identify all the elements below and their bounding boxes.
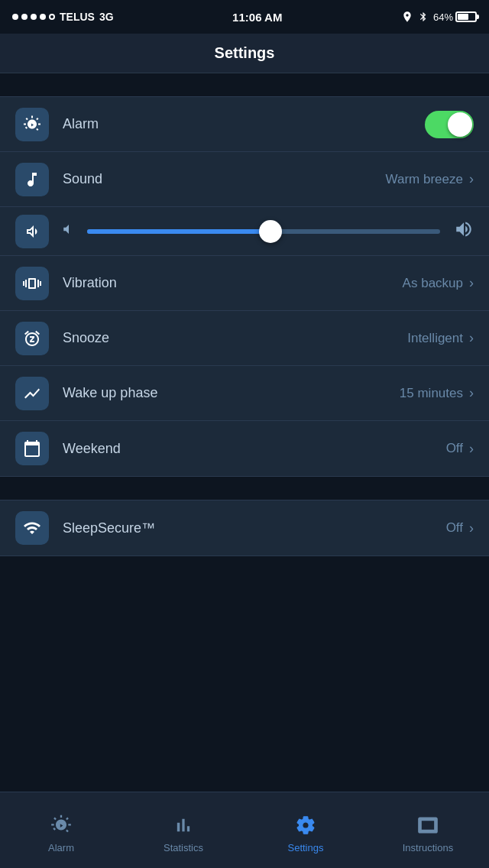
bluetooth-icon	[418, 11, 429, 23]
volume-icon	[23, 222, 41, 241]
alarm-status-icon	[401, 11, 413, 23]
sound-icon-container	[15, 163, 49, 196]
page-title: Settings	[215, 44, 275, 61]
vibration-chevron: ›	[469, 275, 474, 291]
weekend-label: Weekend	[63, 441, 446, 457]
slider-thumb[interactable]	[259, 220, 282, 243]
sound-label: Sound	[63, 171, 386, 187]
battery-percent: 64%	[433, 11, 453, 23]
tab-alarm-label: Alarm	[48, 842, 74, 853]
alarm-tab-icon	[50, 815, 72, 836]
sleepsecure-value: Off	[446, 520, 463, 536]
snooze-value: Intelligent	[407, 331, 463, 346]
weekend-chevron: ›	[469, 441, 474, 457]
alarm-label: Alarm	[63, 116, 425, 132]
weekend-icon-container	[15, 432, 49, 465]
weekend-value: Off	[446, 441, 463, 456]
tab-instructions[interactable]: Instructions	[367, 807, 489, 853]
signal-dot-1	[12, 14, 18, 20]
mid-spacer	[0, 477, 489, 500]
sound-row[interactable]: Sound Warm breeze ›	[0, 152, 489, 207]
snooze-row[interactable]: Snooze Intelligent ›	[0, 311, 489, 366]
volume-slider[interactable]	[87, 229, 440, 234]
status-bar: TELUS 3G 11:06 AM 64%	[0, 0, 489, 34]
vibration-icon-container	[15, 267, 49, 300]
instructions-tab-icon	[417, 815, 439, 836]
settings-tab-icon	[295, 815, 316, 836]
signal-dot-5	[49, 14, 55, 20]
wakeup-value: 15 minutes	[400, 386, 463, 401]
battery-icon	[455, 11, 477, 22]
wakeup-label: Wake up phase	[63, 385, 400, 401]
sleepsecure-icon-container	[15, 511, 49, 545]
weekend-row[interactable]: Weekend Off ›	[0, 421, 489, 476]
volume-icon-container	[15, 215, 49, 248]
bottom-spacer	[0, 556, 489, 587]
carrier-label: TELUS	[60, 11, 95, 23]
tab-settings-label: Settings	[288, 842, 324, 853]
sleepsecure-label: SleepSecure™	[63, 520, 446, 536]
tab-bar: Alarm Statistics Settings Instructions	[0, 792, 489, 868]
volume-row	[0, 207, 489, 256]
tab-settings-icon	[293, 813, 318, 837]
sleepsecure-row[interactable]: SleepSecure™ Off ›	[0, 500, 489, 555]
signal-dot-4	[40, 14, 46, 20]
sound-chevron: ›	[469, 171, 474, 187]
wakeup-row[interactable]: Wake up phase 15 minutes ›	[0, 366, 489, 421]
signal-dot-2	[21, 14, 28, 20]
status-left: TELUS 3G	[12, 11, 114, 23]
alarm-toggle[interactable]	[425, 111, 474, 138]
sleepsecure-chevron: ›	[469, 520, 474, 536]
sleepsecure-section: SleepSecure™ Off ›	[0, 500, 489, 556]
alarm-icon-container	[15, 108, 49, 141]
calendar-icon	[23, 439, 41, 458]
snooze-icon-container	[15, 322, 49, 355]
wakeup-icon	[23, 384, 41, 403]
snooze-label: Snooze	[63, 330, 407, 346]
snooze-chevron: ›	[469, 330, 474, 346]
vibration-value: As backup	[403, 276, 463, 291]
snooze-icon	[23, 329, 41, 348]
tab-alarm-icon	[49, 813, 73, 837]
volume-max-icon	[454, 219, 474, 244]
tab-instructions-icon	[416, 813, 440, 837]
alarm-icon	[23, 115, 41, 134]
tab-instructions-label: Instructions	[403, 842, 453, 853]
time-display: 11:06 AM	[232, 11, 282, 24]
tab-statistics-label: Statistics	[164, 842, 203, 853]
vibration-label: Vibration	[63, 275, 403, 291]
network-label: 3G	[99, 11, 114, 23]
signal-dot-3	[31, 14, 37, 20]
settings-section: Alarm Sound Warm breeze ›	[0, 96, 489, 477]
status-right: 64%	[401, 11, 477, 23]
tab-alarm[interactable]: Alarm	[0, 807, 122, 853]
page-header: Settings	[0, 34, 489, 73]
volume-min-icon	[60, 222, 73, 240]
alarm-row[interactable]: Alarm	[0, 97, 489, 152]
vibration-icon	[23, 274, 41, 293]
statistics-tab-icon	[173, 815, 194, 836]
wakeup-icon-container	[15, 377, 49, 410]
sound-value: Warm breeze	[386, 172, 463, 187]
tab-statistics-icon	[171, 813, 196, 837]
slider-fill	[87, 229, 270, 234]
music-note-icon	[23, 170, 41, 189]
battery-fill	[458, 14, 468, 20]
battery-container: 64%	[433, 11, 477, 23]
toggle-thumb	[448, 112, 472, 137]
tab-statistics[interactable]: Statistics	[122, 807, 244, 853]
tab-settings[interactable]: Settings	[244, 807, 367, 853]
sleepsecure-icon	[23, 519, 41, 537]
vibration-row[interactable]: Vibration As backup ›	[0, 256, 489, 311]
wakeup-chevron: ›	[469, 385, 474, 401]
top-spacer	[0, 73, 489, 96]
signal-dots	[12, 14, 55, 20]
